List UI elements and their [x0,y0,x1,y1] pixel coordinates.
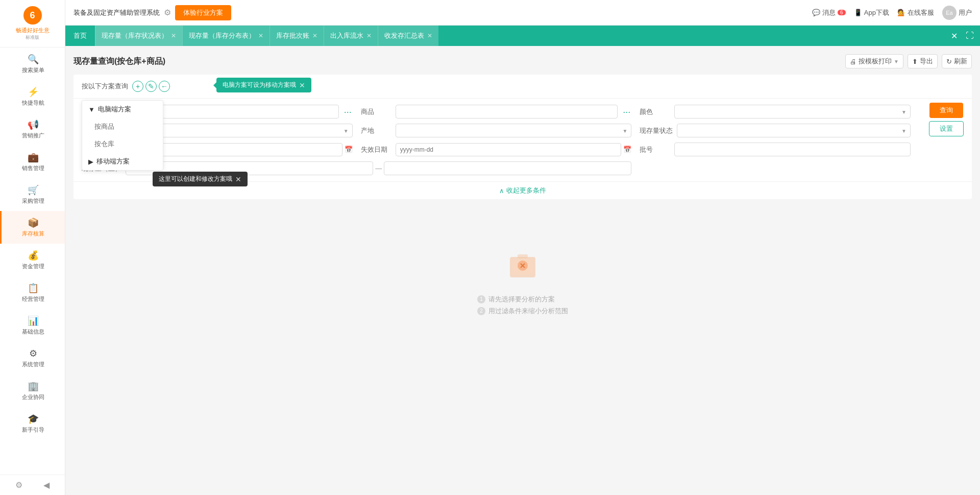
query-header-label: 按以下方案查询 [82,82,128,91]
color-label: 颜色 [640,107,670,116]
query-header-actions: + ✎ ← [132,81,170,92]
tab-inout-flow-close[interactable]: ✕ [366,32,372,39]
tabbar: 首页 现存量（库存状况表） ✕ 现存量（库存分布表） ✕ 库存批次账 ✕ 出入库… [65,26,980,46]
goods-label: 商品 [361,107,391,116]
tab-inventory-dist-close[interactable]: ✕ [258,32,263,39]
edit-tooltip-close[interactable]: ✕ [235,175,241,183]
scheme-tooltip-close[interactable]: ✕ [299,81,305,89]
sidebar-item-enterprise[interactable]: 🏢 企业协同 [0,374,65,407]
tab-recv-summary-close[interactable]: ✕ [427,32,432,39]
tab-inventory-dist-label: 现存量（库存分布表） [189,31,255,40]
back-scheme-btn[interactable]: ← [159,81,170,92]
empty-illustration [502,244,543,285]
refresh-btn[interactable]: ↻ 刷新 [942,54,972,68]
form-row-color: 颜色 ▼ [640,105,911,119]
add-scheme-btn[interactable]: + [132,81,143,92]
sidebar-item-guide[interactable]: 🎓 新手引导 [0,407,65,440]
tab-inventory-status[interactable]: 现存量（库存状况表） ✕ [95,26,182,46]
warehouse-dots[interactable]: ··· [343,107,353,116]
reset-btn[interactable]: 设置 [929,121,964,136]
expiry-date-input[interactable] [396,143,622,156]
sidebar-item-basic[interactable]: 📊 基础信息 [0,309,65,342]
content-area: 现存量查询(按仓库+商品) 🖨 按模板打印 ▼ ⬆ 导出 ↻ 刷新 [65,46,980,495]
refresh-icon: ↻ [946,58,952,65]
sidebar-item-label-marketing: 营销推广 [22,132,44,139]
tip-num-1: 1 [477,295,485,303]
export-btn[interactable]: ⬆ 导出 [908,54,938,68]
sidebar-item-label-quicknav: 快捷导航 [22,99,44,107]
stock-status-select[interactable] [677,124,911,137]
batch-label: 批号 [640,145,670,154]
topbar-settings-icon[interactable]: ⚙ [164,8,171,17]
sidebar-item-marketing[interactable]: 📢 营销推广 [0,113,65,146]
tab-recv-summary-label: 收发存汇总表 [384,31,424,40]
trial-btn[interactable]: 体验行业方案 [175,5,231,20]
tab-close-all-icon[interactable]: ✕ [949,29,960,43]
main-area: 装备及固定资产辅助管理系统 ⚙ 体验行业方案 💬 消息 6 📱 App下载 💁 … [65,0,980,495]
system-icon: ⚙ [29,348,37,359]
tab-inventory-batch[interactable]: 库存批次账 ✕ [270,26,324,46]
stock-status-select-wrapper: ▼ [677,124,911,137]
form-row-stock-status: 现存量状态 ▼ [640,124,911,137]
edit-scheme-btn[interactable]: ✎ [145,81,157,92]
collapse-sidebar-icon[interactable]: ◀ [43,480,50,490]
online-support-btn[interactable]: 💁 在线客服 [897,8,934,17]
tab-home[interactable]: 首页 [65,26,95,46]
message-btn[interactable]: 💬 消息 6 [812,8,846,17]
tab-fullscreen-icon[interactable]: ⛶ [964,29,976,42]
origin-select[interactable] [396,124,632,137]
scheme-sub-item-goods[interactable]: 按商品 [82,118,163,135]
form-row-batch: 批号 [640,143,911,156]
tab-inventory-dist[interactable]: 现存量（库存分布表） ✕ [182,26,270,46]
color-select-wrapper: ▼ [674,105,911,119]
desktop-scheme-label: 电脑端方案 [98,105,131,114]
goods-dots[interactable]: ··· [622,107,631,116]
svg-rect-3 [518,254,528,258]
goods-input[interactable] [396,105,618,119]
print-template-btn[interactable]: 🖨 按模板打印 ▼ [845,54,903,68]
tab-inout-flow[interactable]: 出入库流水 ✕ [324,26,378,46]
scheme-list: ▼ 电脑端方案 按商品 按仓库 ▶ 移动端方案 [82,100,163,171]
tab-inventory-batch-label: 库存批次账 [276,31,309,40]
form-row-origin: 产地 ▼ [361,124,632,137]
sales-icon: 💼 [28,152,39,163]
sidebar-item-system[interactable]: ⚙ 系统管理 [0,342,65,374]
sidebar-item-label-enterprise: 企业协同 [22,393,44,401]
sidebar-item-finance[interactable]: 💰 资金管理 [0,244,65,276]
sidebar-item-purchase[interactable]: 🛒 采购管理 [0,178,65,211]
tab-recv-summary[interactable]: 收发存汇总表 ✕ [378,26,438,46]
sidebar-item-sales[interactable]: 💼 销售管理 [0,146,65,178]
production-date-calendar-icon[interactable]: 📅 [345,146,353,153]
tab-inventory-status-label: 现存量（库存状况表） [102,31,168,40]
enterprise-icon: 🏢 [28,381,39,392]
logo-icon: 6 [23,6,42,25]
tabbar-end: ✕ ⛶ [949,29,980,43]
query-btn[interactable]: 查询 [929,103,963,118]
sidebar-item-inventory[interactable]: 📦 库存核算 [0,211,65,244]
desktop-scheme-item[interactable]: ▼ 电脑端方案 [82,101,163,118]
sidebar-item-label-finance: 资金管理 [22,263,44,270]
query-form: 仓库 ··· 商品 ··· 颜色 ▼ [74,99,972,181]
tab-inventory-batch-close[interactable]: ✕ [312,32,317,39]
sidebar-item-quicknav[interactable]: ⚡ 快捷导航 [0,80,65,113]
origin-label: 产地 [361,126,391,135]
settings-bottom-icon[interactable]: ⚙ [15,480,22,490]
tab-inventory-status-close[interactable]: ✕ [171,32,176,39]
scheme-sub-item-warehouse[interactable]: 按仓库 [82,135,163,153]
page-title: 现存量查询(按仓库+商品) [74,56,165,67]
sidebar-item-operations[interactable]: 📋 经营管理 [0,276,65,309]
sidebar-logo: 6 畅通好好生意 标准版 [0,0,65,48]
brand-badge: 标准版 [26,34,39,41]
edit-tooltip: 这里可以创建和修改方案哦 ✕ [153,172,248,186]
app-download-btn[interactable]: 📱 App下载 [854,8,889,17]
expiry-date-calendar-icon[interactable]: 📅 [623,146,631,153]
quicknav-icon: ⚡ [28,86,39,98]
mobile-scheme-item[interactable]: ▶ 移动端方案 [82,153,163,170]
export-icon: ⬆ [912,58,918,65]
stock-main-max-input[interactable] [384,161,631,175]
guide-icon: 🎓 [28,413,39,425]
user-menu[interactable]: Ea 用户 [942,6,972,20]
sidebar-item-search[interactable]: 🔍 搜索菜单 [0,48,65,80]
color-select[interactable] [674,105,911,119]
batch-input[interactable] [674,143,911,156]
